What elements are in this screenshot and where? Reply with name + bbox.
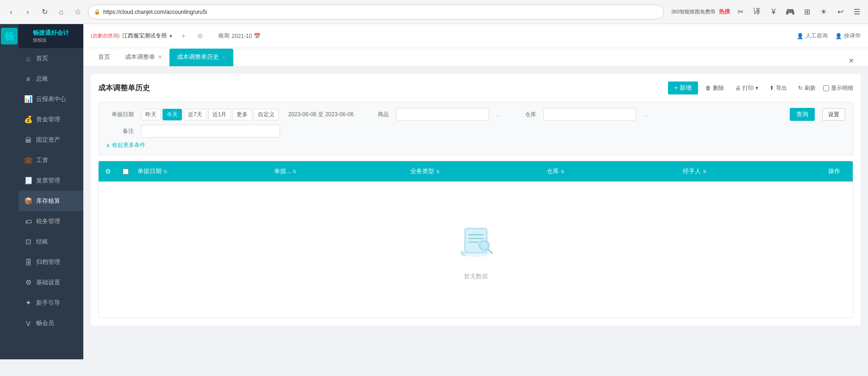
date-quick-buttons: 昨天 今天 近7天 近1月 更多 自定义 — [141, 109, 279, 120]
tab-cost-adjustment-close[interactable]: ✕ — [158, 54, 162, 60]
headset-icon: 👤 — [797, 33, 804, 39]
th-business-type[interactable]: 业务类型 ⇅ — [406, 167, 543, 175]
guide-nav-icon: ✦ — [24, 299, 32, 307]
assets-nav-icon: 🏛 — [24, 136, 32, 144]
sidebar-item-vip[interactable]: V 畅会员 — [19, 313, 83, 333]
settings-company-button[interactable]: ⚙ — [194, 31, 206, 42]
user-profile-button[interactable]: 👤 徐译华 — [835, 32, 861, 40]
brightness-button[interactable]: ☀ — [817, 6, 830, 19]
sidebar-item-ledger-label: 总账 — [36, 75, 48, 83]
th-handler-label: 经手人 — [683, 167, 701, 175]
browser-right-controls: 360智能抠图免费用 热搜 ✂ 译 ¥ 🎮 ⊞ ☀ ↩ ☰ — [671, 6, 863, 19]
sidebar-item-assets[interactable]: 🏛 固定资产 — [19, 130, 83, 150]
tab-cost-adjustment-history-close[interactable]: ✕ — [222, 54, 226, 60]
show-detail-checkbox[interactable] — [823, 85, 829, 91]
th-doc-number[interactable]: 单据... ⇅ — [270, 167, 407, 175]
icon-sidebar-logo[interactable]: 畅 — [1, 28, 18, 44]
date-btn-more[interactable]: 更多 — [232, 109, 252, 120]
user-name-label: 徐译华 — [844, 32, 861, 40]
empty-state: 暂无数据 — [99, 182, 853, 318]
page-card: 成本调整单历史 + 新增 🗑 删除 🖨 打印 ▾ ⬆ — [91, 74, 861, 326]
undo-button[interactable]: ↩ — [834, 6, 847, 19]
th-doc-number-label: 单据... — [274, 167, 291, 175]
th-actions: 操作 — [816, 167, 853, 175]
data-table: ⚙ 单据日期 ⇅ 单据... ⇅ 业务类型 — [98, 161, 853, 318]
export-button[interactable]: ⬆ 导出 — [766, 82, 791, 94]
th-warehouse[interactable]: 仓库 ⇅ — [543, 167, 680, 175]
print-button[interactable]: 🖨 打印 ▾ — [731, 82, 762, 94]
date-btn-yesterday[interactable]: 昨天 — [141, 109, 161, 120]
back-button[interactable]: ‹ — [5, 6, 18, 19]
select-all-checkbox[interactable] — [123, 169, 129, 175]
th-handler[interactable]: 经手人 ⇅ — [679, 167, 816, 175]
query-button[interactable]: 查询 — [790, 108, 815, 121]
setting-button[interactable]: 设置 — [822, 108, 845, 121]
sidebar-item-guide[interactable]: ✦ 新手引导 — [19, 293, 83, 313]
tab-home[interactable]: 首页 — [91, 49, 118, 66]
menu-button[interactable]: ☰ — [850, 6, 863, 19]
forward-button[interactable]: › — [21, 6, 34, 19]
collapse-filter-button[interactable]: ∧ 收起更多条件 — [106, 141, 845, 149]
sidebar-item-guide-label: 新手引导 — [36, 299, 60, 307]
sidebar-item-assets-label: 固定资产 — [36, 136, 60, 144]
sidebar-item-close[interactable]: ⊡ 结账 — [19, 232, 83, 252]
sidebar-item-reports-label: 云报表中心 — [36, 95, 66, 103]
date-btn-today[interactable]: 今天 — [162, 109, 182, 120]
sidebar-item-tax-label: 税务管理 — [36, 217, 60, 226]
page-body: 成本调整单历史 + 新增 🗑 删除 🖨 打印 ▾ ⬆ — [83, 67, 868, 359]
sidebar-item-invoice[interactable]: 🧾 发票管理 — [19, 170, 83, 191]
sidebar-item-settings[interactable]: ⚙ 基础设置 — [19, 272, 83, 293]
table-settings-icon[interactable]: ⚙ — [99, 168, 117, 175]
customer-service-button[interactable]: 👤 人工咨询 — [797, 32, 828, 40]
tab-cost-adjustment[interactable]: 成本调整单 ✕ — [118, 49, 169, 66]
th-date[interactable]: 单据日期 ⇅ — [134, 167, 270, 175]
ssl-lock-icon: 🔒 — [94, 9, 100, 15]
remark-filter-input[interactable] — [141, 125, 280, 138]
sidebar-item-ledger[interactable]: ≡ 总账 — [19, 69, 83, 89]
translate-button[interactable]: 译 — [750, 6, 763, 19]
date-btn-7days[interactable]: 近7天 — [184, 109, 206, 120]
sidebar-item-home[interactable]: ⌂ 首页 — [19, 48, 83, 69]
table-select-all[interactable] — [117, 169, 134, 175]
home-button[interactable]: ⌂ — [55, 6, 68, 19]
date-btn-custom[interactable]: 自定义 — [254, 109, 279, 120]
delete-button[interactable]: 🗑 删除 — [702, 82, 728, 94]
extensions-button[interactable]: ✂ — [734, 6, 747, 19]
main-sidebar: 畅捷通好会计 旗舰版 ⌂ 首页 ≡ 总账 📊 云报表中心 💰 资金管理 🏛 — [19, 24, 83, 359]
wallet-button[interactable]: ¥ — [767, 6, 780, 19]
apps-button[interactable]: ⊞ — [800, 6, 813, 19]
browser-chrome: ‹ › ↻ ⌂ ☆ 🔒 https://cloud.chanjet.com/ac… — [0, 0, 868, 24]
app-layout: 畅 畅捷通好会计 旗舰版 ⌂ 首页 ≡ 总账 📊 云报表中心 💰 — [0, 24, 868, 359]
remark-filter-label: 备注 — [106, 127, 134, 135]
sidebar-item-reports[interactable]: 📊 云报表中心 — [19, 89, 83, 109]
show-detail-checkbox-wrapper[interactable]: 显示明细 — [823, 84, 853, 92]
sidebar-item-salary[interactable]: 💼 工资 — [19, 150, 83, 170]
date-btn-1month[interactable]: 近1月 — [208, 109, 231, 120]
print-icon: 🖨 — [735, 85, 741, 91]
window-close-button[interactable]: ✕ — [846, 55, 857, 66]
collapse-label: 收起更多条件 — [112, 141, 145, 149]
bookmark-button[interactable]: ☆ — [71, 6, 84, 19]
games-button[interactable]: 🎮 — [784, 6, 797, 19]
add-company-button[interactable]: + — [178, 31, 189, 42]
close-nav-icon: ⊡ — [24, 238, 32, 246]
sidebar-item-inventory[interactable]: 📦 库存核算 — [19, 191, 83, 211]
th-business-type-label: 业务类型 — [410, 167, 434, 175]
tab-cost-adjustment-history[interactable]: 成本调整单历史 ✕ — [169, 49, 233, 66]
sidebar-item-tax[interactable]: 🏷 税务管理 — [19, 211, 83, 232]
refresh-button[interactable]: ↻ 刷新 — [794, 82, 819, 94]
add-button[interactable]: + 新增 — [668, 81, 698, 94]
goods-filter-input[interactable] — [396, 108, 489, 121]
inventory-nav-icon: 📦 — [24, 197, 32, 205]
company-selector[interactable]: (勿删勿禁用) 江西服宝测试专用 ▾ — [91, 32, 172, 40]
address-bar[interactable]: 🔒 https://cloud.chanjet.com/accounting/u… — [88, 5, 664, 19]
top-bar-right: 👤 人工咨询 👤 徐译华 — [797, 32, 861, 40]
sidebar-item-home-label: 首页 — [36, 54, 48, 63]
window-controls: ✕ — [846, 55, 861, 66]
filter-area: 单据日期 昨天 今天 近7天 近1月 更多 自定义 2023-06-06 至 2… — [98, 102, 853, 155]
refresh-button[interactable]: ↻ — [38, 6, 51, 19]
sidebar-item-archive[interactable]: 🗄 归档管理 — [19, 252, 83, 272]
sidebar-item-funds[interactable]: 💰 资金管理 — [19, 109, 83, 130]
salary-nav-icon: 💼 — [24, 156, 32, 164]
warehouse-filter-input[interactable] — [543, 108, 636, 121]
